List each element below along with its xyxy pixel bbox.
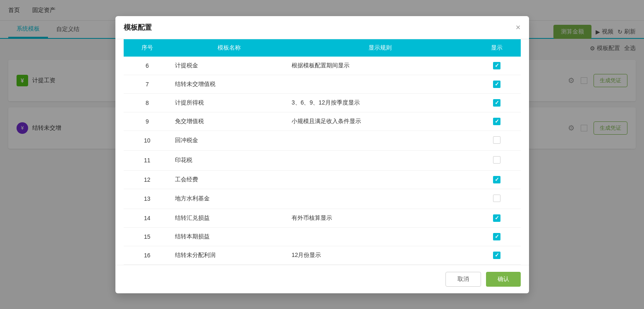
row-name: 工会经费	[171, 170, 287, 189]
checkbox-checked[interactable]	[493, 118, 500, 125]
row-rule: 根据模板配置期间显示	[287, 57, 473, 75]
row-id: 8	[124, 93, 171, 112]
row-id: 9	[124, 112, 171, 131]
table-row: 9免交增值税小规模且满足收入条件显示	[124, 112, 521, 131]
modal-body: 序号 模板名称 显示规则 显示 6计提税金根据模板配置期间显示7结转未交增值税8…	[115, 39, 529, 265]
table-row: 7结转未交增值税	[124, 75, 521, 93]
row-id: 13	[124, 189, 171, 209]
row-id: 16	[124, 246, 171, 264]
row-name: 地方水利基金	[171, 189, 287, 209]
row-display	[473, 150, 521, 170]
row-rule	[287, 189, 473, 209]
row-display	[473, 246, 521, 264]
table-row: 12工会经费	[124, 170, 521, 189]
checkbox-checked[interactable]	[493, 214, 500, 222]
row-id: 7	[124, 75, 171, 93]
row-name: 结转本期损益	[171, 227, 287, 246]
row-rule: 有外币核算显示	[287, 209, 473, 227]
row-name: 计提所得税	[171, 93, 287, 112]
modal-header: 模板配置 ×	[115, 16, 529, 39]
col-rule: 显示规则	[287, 39, 473, 57]
row-name: 回冲税金	[171, 131, 287, 150]
checkbox-unchecked[interactable]	[493, 195, 500, 202]
row-id: 12	[124, 170, 171, 189]
table-header-row: 序号 模板名称 显示规则 显示	[124, 39, 521, 57]
table-row: 6计提税金根据模板配置期间显示	[124, 57, 521, 75]
row-rule: 12月份显示	[287, 246, 473, 264]
row-rule	[287, 227, 473, 246]
table-row: 16结转未分配利润12月份显示	[124, 246, 521, 264]
checkbox-unchecked[interactable]	[493, 156, 500, 164]
table-row: 10回冲税金	[124, 131, 521, 150]
checkbox-checked[interactable]	[493, 81, 500, 88]
template-table: 序号 模板名称 显示规则 显示 6计提税金根据模板配置期间显示7结转未交增值税8…	[124, 39, 521, 265]
row-display	[473, 209, 521, 227]
confirm-button[interactable]: 确认	[486, 272, 521, 287]
table-row: 13地方水利基金	[124, 189, 521, 209]
row-id: 11	[124, 150, 171, 170]
row-id: 6	[124, 57, 171, 75]
table-row: 15结转本期损益	[124, 227, 521, 246]
row-id: 10	[124, 131, 171, 150]
table-row: 14结转汇兑损益有外币核算显示	[124, 209, 521, 227]
table-row: 11印花税	[124, 150, 521, 170]
row-display	[473, 75, 521, 93]
row-name: 结转汇兑损益	[171, 209, 287, 227]
row-name: 结转未交增值税	[171, 75, 287, 93]
checkbox-unchecked[interactable]	[493, 136, 500, 144]
table-row: 8计提所得税3、6、9、12月按季度显示	[124, 93, 521, 112]
row-rule: 小规模且满足收入条件显示	[287, 112, 473, 131]
row-display	[473, 227, 521, 246]
row-rule	[287, 150, 473, 170]
row-display	[473, 57, 521, 75]
row-display	[473, 93, 521, 112]
modal-title: 模板配置	[124, 23, 152, 32]
checkbox-checked[interactable]	[493, 252, 500, 259]
row-name: 计提税金	[171, 57, 287, 75]
checkbox-checked[interactable]	[493, 62, 500, 69]
checkbox-checked[interactable]	[493, 176, 500, 183]
row-id: 15	[124, 227, 171, 246]
row-display	[473, 189, 521, 209]
col-display: 显示	[473, 39, 521, 57]
checkbox-checked[interactable]	[493, 233, 500, 240]
row-rule: 3、6、9、12月按季度显示	[287, 93, 473, 112]
col-id: 序号	[124, 39, 171, 57]
row-name: 印花税	[171, 150, 287, 170]
checkbox-checked[interactable]	[493, 99, 500, 107]
row-name: 免交增值税	[171, 112, 287, 131]
modal-overlay: 模板配置 × 序号 模板名称 显示规则 显示 6计提税金根据模板配置期间显示7结…	[0, 0, 644, 309]
row-id: 14	[124, 209, 171, 227]
row-name: 结转未分配利润	[171, 246, 287, 264]
row-display	[473, 112, 521, 131]
modal-close-button[interactable]: ×	[516, 23, 521, 31]
row-rule	[287, 75, 473, 93]
col-name: 模板名称	[171, 39, 287, 57]
modal-template-config: 模板配置 × 序号 模板名称 显示规则 显示 6计提税金根据模板配置期间显示7结…	[115, 16, 529, 293]
modal-footer: 取消 确认	[115, 265, 529, 293]
row-display	[473, 170, 521, 189]
cancel-button[interactable]: 取消	[445, 272, 481, 287]
row-display	[473, 131, 521, 150]
row-rule	[287, 170, 473, 189]
row-rule	[287, 131, 473, 150]
